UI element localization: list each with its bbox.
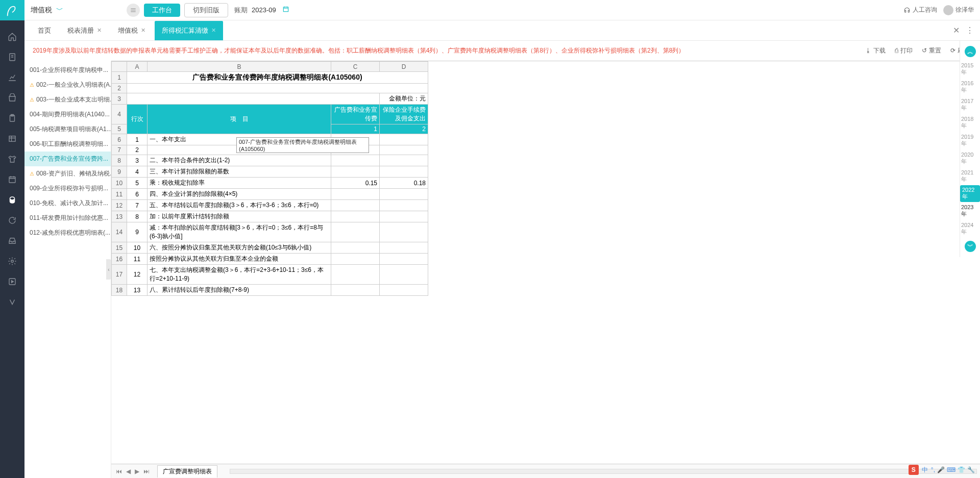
module-name: 增值税 <box>31 6 52 15</box>
nav-play-icon[interactable] <box>6 275 18 288</box>
headset-icon <box>903 7 911 14</box>
top-bar: 增值税 ﹀ 工作台 切到旧版 账期 2023-09 人工咨询 徐泽华 <box>24 0 980 20</box>
form-item-10[interactable]: 010-免税、减计收入及加计... <box>24 196 111 211</box>
form-item-12[interactable]: 012-减免所得税优惠明细表(... <box>24 225 111 240</box>
warning-icon: ⚠ <box>30 97 34 103</box>
nav-bag-icon[interactable] <box>6 92 18 104</box>
sheet-nav-last[interactable]: ⏭ <box>142 468 151 475</box>
sheet-tab-bar: ⏮ ◀ ▶ ⏭ 广宣费调整明细表 <box>111 464 980 478</box>
sheet-nav-prev[interactable]: ◀ <box>125 468 132 475</box>
switch-old-button[interactable]: 切到旧版 <box>184 3 228 17</box>
tab-income-tax[interactable]: 所得税汇算清缴✕ <box>155 21 223 40</box>
refresh-icon: ⟳ <box>950 46 955 56</box>
year-2015年[interactable]: 2015年 <box>960 60 980 78</box>
sheet-nav-first[interactable]: ⏮ <box>114 468 124 475</box>
close-icon[interactable]: ✕ <box>141 27 145 34</box>
print-icon: ⎙ <box>895 46 898 56</box>
close-icon[interactable]: ✕ <box>211 27 216 34</box>
year-2021年[interactable]: 2021年 <box>960 167 980 185</box>
year-2018年[interactable]: 2018年 <box>960 114 980 132</box>
year-2019年[interactable]: 2019年 <box>960 132 980 149</box>
year-2022年[interactable]: 2022年 <box>960 185 980 202</box>
form-item-2[interactable]: ⚠002-一般企业收入明细表(A... <box>24 78 111 92</box>
period-label: 账期 <box>234 6 248 15</box>
ime-keyboard-icon[interactable]: ⌨ <box>947 466 955 473</box>
svg-rect-3 <box>9 177 15 183</box>
form-item-7[interactable]: 007-广告费和业务宣传费跨... <box>24 152 111 166</box>
year-2020年[interactable]: 2020年 <box>960 149 980 167</box>
tab-bar: 首页 税表清册✕ 增值税✕ 所得税汇算清缴✕ ✕ ⋮ <box>24 20 980 41</box>
nav-calendar-icon[interactable] <box>6 173 18 186</box>
download-icon: ⭳ <box>865 46 871 56</box>
tab-vat[interactable]: 增值税✕ <box>111 21 153 40</box>
nav-gear-icon[interactable] <box>6 255 18 267</box>
year-2016年[interactable]: 2016年 <box>960 78 980 96</box>
nav-shirt-icon[interactable] <box>6 153 18 165</box>
ime-bar: S 中 °, 🎤 ⌨ 👕 🔧 <box>909 465 975 475</box>
form-item-8[interactable]: ⚠008-资产折旧、摊销及纳税... <box>24 166 111 181</box>
warning-icon: ⚠ <box>30 82 34 88</box>
collapse-handle[interactable]: ‹ <box>106 259 111 280</box>
sheet-nav-next[interactable]: ▶ <box>133 468 141 475</box>
download-button[interactable]: ⭳下载 <box>865 46 886 56</box>
reset-icon: ↺ <box>922 46 927 56</box>
ime-tool-icon[interactable]: 🔧 <box>967 466 975 473</box>
more-icon[interactable]: ⋮ <box>966 26 974 35</box>
svg-point-4 <box>11 260 14 263</box>
calendar-icon[interactable] <box>282 6 289 15</box>
reset-button[interactable]: ↺重置 <box>922 46 941 56</box>
nav-cycle-icon[interactable] <box>6 214 18 227</box>
workbench-button[interactable]: 工作台 <box>144 4 180 17</box>
support-link[interactable]: 人工咨询 <box>903 6 937 14</box>
cell-tooltip: 007-广告费和业务宣传费跨年度纳税调整明细表(A105060) <box>236 137 369 153</box>
chevron-down-icon: ﹀ <box>56 6 63 15</box>
nav-table-icon[interactable] <box>6 133 18 145</box>
warning-banner: 2019年度涉及取以前年度结转数据的申报表单元格需要手工维护正确，才能保证本年及… <box>24 41 980 61</box>
close-icon[interactable]: ✕ <box>97 27 102 34</box>
form-item-3[interactable]: ⚠003-一般企业成本支出明细... <box>24 92 111 107</box>
nav-v-icon[interactable] <box>6 296 18 308</box>
form-item-11[interactable]: 011-研发费用加计扣除优惠... <box>24 211 111 225</box>
horizontal-scrollbar[interactable] <box>230 468 977 474</box>
nav-home-icon[interactable] <box>6 31 18 43</box>
tab-tax-list[interactable]: 税表清册✕ <box>60 21 109 40</box>
year-rail: ︽ 2015年2016年2017年2018年2019年2020年2021年202… <box>960 41 980 257</box>
year-2024年[interactable]: 2024年 <box>960 220 980 238</box>
period-value: 2023-09 <box>252 6 276 14</box>
warning-icon: ⚠ <box>30 171 34 177</box>
year-2017年[interactable]: 2017年 <box>960 96 980 114</box>
ime-mic-icon[interactable]: 🎤 <box>937 466 945 473</box>
nav-doc-icon[interactable] <box>6 51 18 63</box>
close-all-icon[interactable]: ✕ <box>953 26 960 35</box>
app-logo <box>5 4 19 18</box>
svg-rect-6 <box>283 7 288 11</box>
ime-punct-icon[interactable]: °, <box>931 466 935 473</box>
spreadsheet[interactable]: ABCD1广告费和业务宣传费跨年度纳税调整明细表(A105060)23金额单位：… <box>111 61 980 464</box>
tab-home[interactable]: 首页 <box>31 21 58 40</box>
form-item-5[interactable]: 005-纳税调整项目明细表(A1... <box>24 122 111 137</box>
year-2023年[interactable]: 2023年 <box>960 202 980 220</box>
form-item-1[interactable]: 001-企业所得税年度纳税申... <box>24 63 111 78</box>
nav-inbox-icon[interactable] <box>6 235 18 247</box>
ime-skin-icon[interactable]: 👕 <box>958 466 965 473</box>
left-nav-rail <box>0 0 24 478</box>
svg-rect-2 <box>9 136 15 142</box>
print-button[interactable]: ⎙打印 <box>895 46 913 56</box>
year-down-button[interactable]: ︾ <box>965 241 976 252</box>
nav-chart-icon[interactable] <box>6 71 18 84</box>
ime-logo-icon[interactable]: S <box>909 465 919 475</box>
module-selector[interactable]: 增值税 ﹀ <box>31 6 122 15</box>
avatar-icon <box>943 5 953 15</box>
form-item-6[interactable]: 006-职工薪酬纳税调整明细... <box>24 137 111 152</box>
list-toggle-button[interactable] <box>127 4 140 17</box>
form-item-9[interactable]: 009-企业所得税弥补亏损明... <box>24 181 111 196</box>
user-menu[interactable]: 徐泽华 <box>943 5 974 15</box>
sheet-tab[interactable]: 广宣费调整明细表 <box>157 465 217 477</box>
form-item-4[interactable]: 004-期间费用明细表(A1040... <box>24 107 111 122</box>
ime-lang[interactable]: 中 <box>922 466 928 474</box>
nav-clipboard-icon[interactable] <box>6 112 18 124</box>
year-up-button[interactable]: ︽ <box>965 46 976 57</box>
form-list: 001-企业所得税年度纳税申...⚠002-一般企业收入明细表(A...⚠003… <box>24 61 111 478</box>
nav-tax-icon[interactable] <box>6 194 18 206</box>
